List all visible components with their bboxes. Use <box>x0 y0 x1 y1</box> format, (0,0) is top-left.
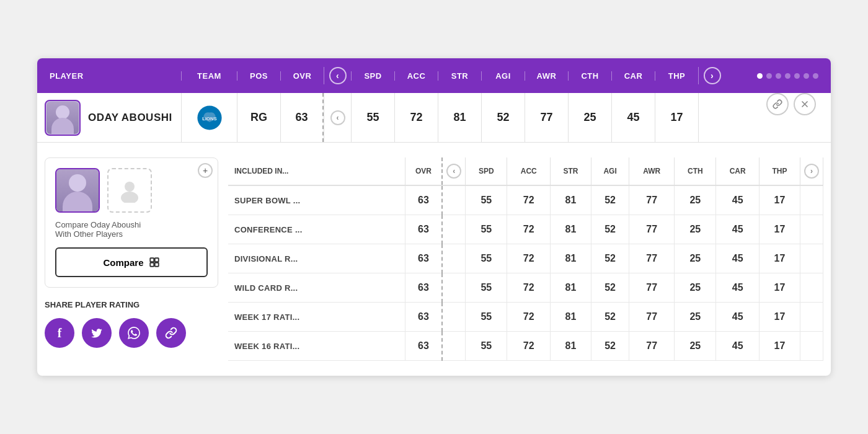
table-prev-icon[interactable]: ‹ <box>446 164 461 179</box>
row-cth: 25 <box>675 332 716 361</box>
pagination-dots <box>725 73 823 79</box>
secondary-compare-avatar: + <box>107 168 152 213</box>
table-next-icon[interactable]: › <box>804 164 819 179</box>
team-logo: LIONS <box>197 105 223 131</box>
row-acc: 72 <box>507 332 551 361</box>
row-scroll <box>800 273 823 303</box>
row-spd: 55 <box>466 273 507 303</box>
row-agi: 52 <box>591 185 629 215</box>
row-name: WEEK 17 RATI... <box>228 303 405 332</box>
row-name: SUPER BOWL ... <box>228 185 405 215</box>
twitter-share-button[interactable] <box>82 318 112 348</box>
row-thp: 17 <box>759 215 800 244</box>
row-nav-empty <box>442 185 466 215</box>
row-str: 81 <box>550 332 591 361</box>
share-label: SHARE PLAYER RATING <box>45 300 218 309</box>
next-arrow-icon[interactable]: › <box>704 67 721 84</box>
compare-button-label: Compare <box>103 257 143 268</box>
row-spd: 55 <box>466 244 507 273</box>
row-name: WILD CARD R... <box>228 273 405 303</box>
link-share-button[interactable] <box>156 318 186 348</box>
player-row: ODAY ABOUSHI LIONS RG 63 ‹ 55 72 81 52 7… <box>37 93 831 143</box>
share-buttons: f <box>45 318 218 348</box>
th-nav-right[interactable]: › <box>800 157 823 185</box>
player-prev-icon[interactable]: ‹ <box>330 110 345 125</box>
add-player-button[interactable]: + <box>198 163 213 178</box>
row-nav-empty <box>442 332 466 361</box>
svg-rect-6 <box>150 258 154 262</box>
svg-point-5 <box>121 192 138 203</box>
player-acc-cell: 72 <box>394 93 438 142</box>
row-agi: 52 <box>591 303 629 332</box>
row-nav-empty <box>442 244 466 273</box>
row-scroll <box>800 244 823 273</box>
player-silhouette <box>46 102 79 134</box>
player-info-cell: ODAY ABOUSHI <box>45 100 181 136</box>
whatsapp-share-button[interactable] <box>119 318 149 348</box>
th-included: INCLUDED IN... <box>228 157 405 185</box>
row-cth: 25 <box>675 244 716 273</box>
row-car: 45 <box>716 332 760 361</box>
row-name: DIVISIONAL R... <box>228 244 405 273</box>
row-awr: 77 <box>629 215 675 244</box>
stats-table-wrapper[interactable]: INCLUDED IN... OVR ‹ SPD ACC STR AGI AWR… <box>228 157 823 361</box>
row-str: 81 <box>550 244 591 273</box>
row-str: 81 <box>550 215 591 244</box>
row-nav-empty <box>442 273 466 303</box>
row-awr: 77 <box>629 273 675 303</box>
row-spd: 55 <box>466 215 507 244</box>
row-thp: 17 <box>759 303 800 332</box>
row-acc: 72 <box>507 244 551 273</box>
link-button[interactable] <box>766 93 789 115</box>
facebook-share-button[interactable]: f <box>45 318 74 348</box>
player-team-cell: LIONS <box>181 93 237 142</box>
header-acc: ACC <box>394 71 438 81</box>
row-cth: 25 <box>675 185 716 215</box>
row-thp: 17 <box>759 185 800 215</box>
dot-6 <box>804 73 809 79</box>
next-nav-button[interactable]: › <box>698 67 725 84</box>
prev-nav-button[interactable]: ‹ <box>324 67 351 84</box>
primary-avatar-silhouette <box>56 169 99 211</box>
header-spd: SPD <box>351 71 394 81</box>
compare-button[interactable]: Compare <box>55 247 208 277</box>
main-container: PLAYER TEAM POS OVR ‹ SPD ACC STR AGI AW… <box>37 58 831 376</box>
player-thp-cell: 17 <box>655 93 698 142</box>
row-spd: 55 <box>466 303 507 332</box>
th-acc: ACC <box>507 157 551 185</box>
table-row: DIVISIONAL R... 63 55 72 81 52 77 25 45 … <box>228 244 823 273</box>
row-acc: 72 <box>507 215 551 244</box>
th-spd: SPD <box>466 157 507 185</box>
dot-7 <box>813 73 818 79</box>
player-nav-left[interactable]: ‹ <box>324 93 351 142</box>
dot-3 <box>776 73 781 79</box>
th-nav-left[interactable]: ‹ <box>442 157 466 185</box>
th-cth: CTH <box>675 157 716 185</box>
svg-rect-8 <box>150 263 154 267</box>
row-ovr: 63 <box>405 215 442 244</box>
table-row: WILD CARD R... 63 55 72 81 52 77 25 45 1… <box>228 273 823 303</box>
row-nav-empty <box>442 303 466 332</box>
row-awr: 77 <box>629 244 675 273</box>
main-content: + Compare Oday Aboushi With Other Player… <box>37 143 831 376</box>
table-row: CONFERENCE ... 63 55 72 81 52 77 25 45 1… <box>228 215 823 244</box>
th-car: CAR <box>716 157 760 185</box>
compare-box: + Compare Oday Aboushi With Other Player… <box>45 157 218 288</box>
player-awr-cell: 77 <box>525 93 568 142</box>
row-awr: 77 <box>629 332 675 361</box>
player-car-cell: 45 <box>611 93 655 142</box>
row-scroll <box>800 332 823 361</box>
prev-arrow-icon[interactable]: ‹ <box>329 67 347 84</box>
stats-table: INCLUDED IN... OVR ‹ SPD ACC STR AGI AWR… <box>228 157 823 361</box>
close-button[interactable] <box>794 93 816 115</box>
header-thp: THP <box>655 71 698 81</box>
primary-compare-avatar <box>55 168 100 213</box>
svg-rect-9 <box>154 263 158 267</box>
table-row: WEEK 16 RATI... 63 55 72 81 52 77 25 45 … <box>228 332 823 361</box>
row-ovr: 63 <box>405 185 442 215</box>
row-acc: 72 <box>507 273 551 303</box>
row-agi: 52 <box>591 215 629 244</box>
row-nav-empty <box>442 215 466 244</box>
row-spd: 55 <box>466 185 507 215</box>
row-acc: 72 <box>507 185 551 215</box>
